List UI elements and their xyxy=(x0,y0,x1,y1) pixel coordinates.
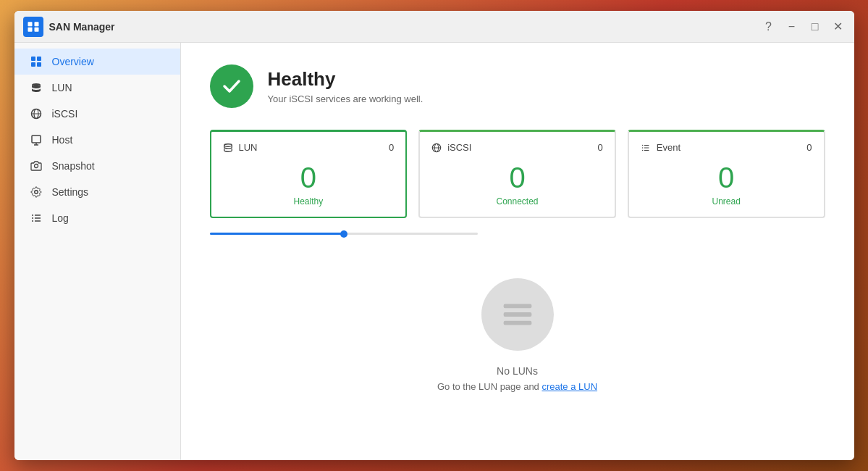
gear-icon xyxy=(29,186,43,198)
svg-rect-7 xyxy=(37,62,41,67)
svg-point-28 xyxy=(642,147,643,148)
svg-rect-6 xyxy=(31,62,35,67)
maximize-button[interactable]: □ xyxy=(808,20,822,34)
svg-point-15 xyxy=(34,164,38,168)
host-icon xyxy=(29,134,43,146)
progress-fill xyxy=(210,233,344,235)
empty-message: No LUNs xyxy=(497,365,538,377)
sidebar-item-snapshot[interactable]: Snapshot xyxy=(14,153,180,179)
svg-rect-0 xyxy=(28,22,32,26)
status-text: Healthy Your iSCSI services are working … xyxy=(268,68,424,104)
lun-card-header: LUN 0 xyxy=(223,142,395,153)
iscsi-card-title: iSCSI xyxy=(431,142,471,153)
sidebar-label-settings: Settings xyxy=(52,186,89,198)
close-button[interactable]: ✕ xyxy=(831,20,846,34)
app-window: SAN Manager ? − □ ✕ Overview xyxy=(14,11,854,460)
iscsi-card-label: Connected xyxy=(431,196,603,207)
lun-card[interactable]: LUN 0 0 Healthy xyxy=(210,130,408,218)
event-card[interactable]: Event 0 0 Unread xyxy=(628,130,825,218)
progress-bar-area xyxy=(210,233,825,235)
svg-point-26 xyxy=(642,144,643,145)
window-controls: ? − □ ✕ xyxy=(762,20,846,34)
event-card-header: Event 0 xyxy=(641,142,812,153)
empty-sub-message: Go to the LUN page and create a LUN xyxy=(437,381,597,392)
minimize-button[interactable]: − xyxy=(785,20,799,34)
empty-state: No LUNs Go to the LUN page and create a … xyxy=(210,257,825,414)
svg-rect-32 xyxy=(503,304,531,309)
healthy-icon xyxy=(210,64,253,108)
svg-rect-12 xyxy=(32,136,41,143)
globe-icon xyxy=(29,108,43,120)
sidebar-item-log[interactable]: Log xyxy=(14,205,180,231)
event-card-icon xyxy=(641,143,651,153)
svg-rect-4 xyxy=(31,57,35,61)
svg-point-20 xyxy=(32,220,33,222)
svg-rect-2 xyxy=(28,27,32,31)
sidebar-label-host: Host xyxy=(52,134,73,146)
camera-icon xyxy=(29,160,43,172)
help-button[interactable]: ? xyxy=(762,20,776,34)
svg-rect-33 xyxy=(503,312,531,317)
app-icon xyxy=(23,17,43,37)
svg-rect-5 xyxy=(37,57,41,61)
sidebar-item-host[interactable]: Host xyxy=(14,127,180,153)
svg-rect-3 xyxy=(34,27,38,31)
event-card-count: 0 xyxy=(806,142,812,153)
status-title: Healthy xyxy=(268,68,424,91)
status-header: Healthy Your iSCSI services are working … xyxy=(210,64,825,108)
lun-card-icon xyxy=(223,143,233,153)
iscsi-card-header: iSCSI 0 xyxy=(431,142,603,153)
lun-card-title: LUN xyxy=(223,142,258,153)
svg-rect-34 xyxy=(503,321,531,325)
iscsi-card-icon xyxy=(431,143,442,153)
empty-list-icon xyxy=(481,278,554,351)
sidebar-label-log: Log xyxy=(52,212,69,224)
progress-track xyxy=(210,233,478,235)
lun-card-value: 0 xyxy=(223,162,395,193)
iscsi-card[interactable]: iSCSI 0 0 Connected xyxy=(418,130,616,218)
svg-point-18 xyxy=(32,217,33,219)
sidebar: Overview LUN xyxy=(14,43,181,460)
sidebar-item-iscsi[interactable]: iSCSI xyxy=(14,101,180,127)
sidebar-item-overview[interactable]: Overview xyxy=(14,49,180,75)
app-body: Overview LUN xyxy=(14,43,854,460)
iscsi-card-count: 0 xyxy=(598,142,603,153)
svg-point-8 xyxy=(32,83,41,86)
sidebar-label-overview: Overview xyxy=(52,56,94,67)
svg-point-30 xyxy=(642,149,643,150)
titlebar: SAN Manager ? − □ ✕ xyxy=(14,11,854,43)
sidebar-label-iscsi: iSCSI xyxy=(52,108,78,120)
svg-point-16 xyxy=(32,214,33,216)
sidebar-label-lun: LUN xyxy=(52,82,72,93)
svg-point-22 xyxy=(224,143,232,146)
sidebar-item-settings[interactable]: Settings xyxy=(14,179,180,205)
progress-dot xyxy=(340,230,347,238)
cards-row: LUN 0 0 Healthy xyxy=(210,130,825,218)
lun-card-label: Healthy xyxy=(223,196,395,207)
sidebar-label-snapshot: Snapshot xyxy=(52,160,95,172)
sidebar-item-lun[interactable]: LUN xyxy=(14,75,180,101)
lun-card-count: 0 xyxy=(389,142,394,153)
main-content: Healthy Your iSCSI services are working … xyxy=(181,43,854,460)
svg-rect-1 xyxy=(34,22,38,26)
window-title: SAN Manager xyxy=(49,21,762,33)
iscsi-card-value: 0 xyxy=(431,162,603,193)
grid-icon xyxy=(29,56,43,67)
database-icon xyxy=(29,82,43,93)
status-description: Your iSCSI services are working well. xyxy=(268,93,424,104)
event-card-title: Event xyxy=(641,142,681,153)
list-icon xyxy=(29,212,43,224)
event-card-label: Unread xyxy=(641,196,812,207)
create-lun-link[interactable]: create a LUN xyxy=(542,381,597,392)
event-card-value: 0 xyxy=(641,162,812,193)
